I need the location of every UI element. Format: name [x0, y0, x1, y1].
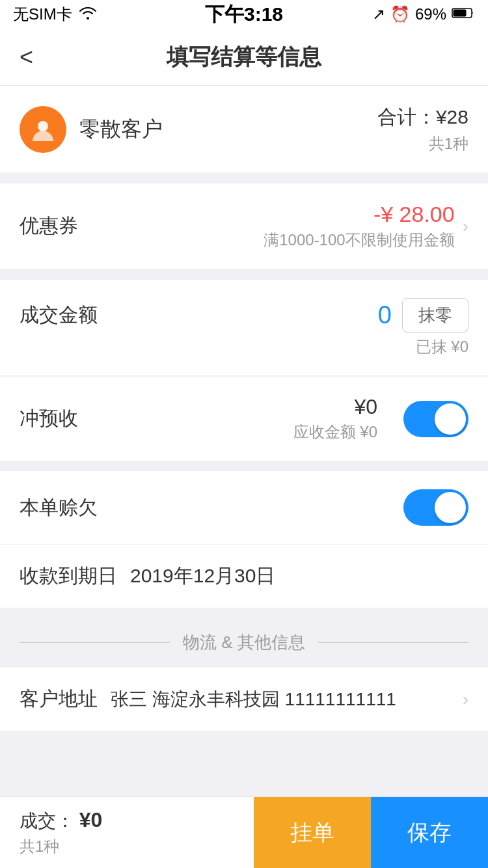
coupon-label: 优惠券: [20, 213, 78, 239]
bottom-deal-line: 成交： ¥0: [20, 808, 234, 834]
bottom-count: 共1种: [20, 836, 234, 857]
svg-point-2: [38, 121, 48, 131]
logistics-line-right: [318, 642, 468, 643]
coupon-amount: -¥ 28.00: [264, 202, 454, 227]
toggle-knob: [435, 403, 466, 435]
logistics-header: 物流 & 其他信息: [0, 618, 488, 667]
coupon-value-area: -¥ 28.00 满1000-100不限制使用金额: [264, 202, 454, 251]
customer-name: 零散客户: [79, 115, 163, 144]
transaction-label: 成交金额: [20, 302, 98, 329]
divider3: [0, 461, 488, 471]
bottom-summary: 成交： ¥0 共1种: [0, 808, 254, 857]
address-row[interactable]: 客户地址 张三 海淀永丰科技园 11111111111 ›: [0, 667, 488, 731]
customer-total: 合计：¥28: [377, 104, 468, 131]
transaction-section: 成交金额 0 抹零 已抹 ¥0: [0, 280, 488, 376]
debt-toggle[interactable]: [403, 489, 468, 526]
carrier-text: 无SIM卡: [13, 4, 72, 25]
due-date-value: 2019年12月30日: [130, 563, 275, 590]
debt-toggle-knob: [435, 492, 466, 523]
bottom-deal-amount: ¥0: [79, 808, 103, 832]
divider4: [0, 608, 488, 618]
customer-section: 零散客户 合计：¥28 共1种: [0, 86, 488, 173]
prereceive-label: 冲预收: [20, 405, 78, 432]
status-bar-left: 无SIM卡: [13, 4, 97, 25]
coupon-chevron-icon: ›: [463, 216, 468, 237]
debt-row: 本单赊欠: [0, 471, 488, 544]
save-label: 保存: [407, 818, 452, 848]
prereceive-amount: ¥0: [293, 395, 377, 419]
wifi-icon: [79, 5, 97, 23]
coupon-desc: 满1000-100不限制使用金额: [264, 230, 454, 251]
logistics-line-left: [20, 642, 170, 643]
address-value: 张三 海淀永丰科技园 11111111111: [111, 687, 463, 712]
transaction-value[interactable]: 0: [378, 301, 392, 329]
divider1: [0, 173, 488, 183]
coupon-right: -¥ 28.00 满1000-100不限制使用金额 ›: [264, 202, 468, 251]
customer-right: 合计：¥28 共1种: [377, 104, 468, 154]
divider2: [0, 269, 488, 280]
page-title: 填写结算等信息: [167, 42, 321, 72]
svg-rect-1: [454, 10, 467, 17]
round-button[interactable]: 抹零: [402, 298, 468, 332]
status-bar-right: ↗ ⏰ 69%: [372, 5, 475, 23]
customer-left: 零散客户: [20, 106, 163, 153]
nav-bar: < 填写结算等信息: [0, 29, 488, 86]
alarm-icon: ⏰: [390, 5, 410, 23]
pending-label: 挂单: [290, 818, 334, 848]
prereceive-toggle[interactable]: [403, 401, 468, 437]
due-date-row[interactable]: 收款到期日 2019年12月30日: [0, 544, 488, 608]
pending-button[interactable]: 挂单: [254, 797, 371, 869]
battery-icon: [452, 5, 475, 23]
status-bar: 无SIM卡 下午3:18 ↗ ⏰ 69%: [0, 0, 488, 29]
prereceive-row: 冲预收 ¥0 应收金额 ¥0: [20, 395, 468, 442]
back-button[interactable]: <: [20, 44, 33, 71]
customer-avatar: [20, 106, 66, 153]
bottom-deal-label: 成交：: [20, 811, 74, 831]
transaction-input-area: 0 抹零: [378, 298, 468, 332]
prereceive-right: ¥0 应收金额 ¥0: [293, 395, 468, 442]
prereceive-section: 冲预收 ¥0 应收金额 ¥0: [0, 376, 488, 461]
coupon-row[interactable]: 优惠券 -¥ 28.00 满1000-100不限制使用金额 ›: [0, 183, 488, 269]
location-icon: ↗: [372, 5, 385, 23]
prereceive-receivable: 应收金额 ¥0: [293, 422, 377, 442]
prereceive-value-area: ¥0 应收金额 ¥0: [293, 395, 377, 442]
debt-label: 本单赊欠: [20, 495, 98, 521]
customer-row: 零散客户 合计：¥28 共1种: [0, 86, 488, 172]
address-chevron-icon: ›: [463, 689, 468, 710]
transaction-row: 成交金额 0 抹零: [20, 298, 468, 332]
due-date-label: 收款到期日: [20, 563, 117, 590]
customer-count: 共1种: [377, 133, 468, 154]
logistics-label: 物流 & 其他信息: [183, 631, 305, 654]
save-button[interactable]: 保存: [371, 797, 488, 869]
content-area: 零散客户 合计：¥28 共1种 优惠券 -¥ 28.00 满1000-100不限…: [0, 86, 488, 815]
status-bar-time: 下午3:18: [205, 1, 283, 28]
battery-text: 69%: [415, 5, 446, 23]
address-label: 客户地址: [20, 686, 98, 712]
already-rounded-text: 已抹 ¥0: [20, 336, 468, 357]
bottom-bar: 成交： ¥0 共1种 挂单 保存: [0, 796, 488, 868]
